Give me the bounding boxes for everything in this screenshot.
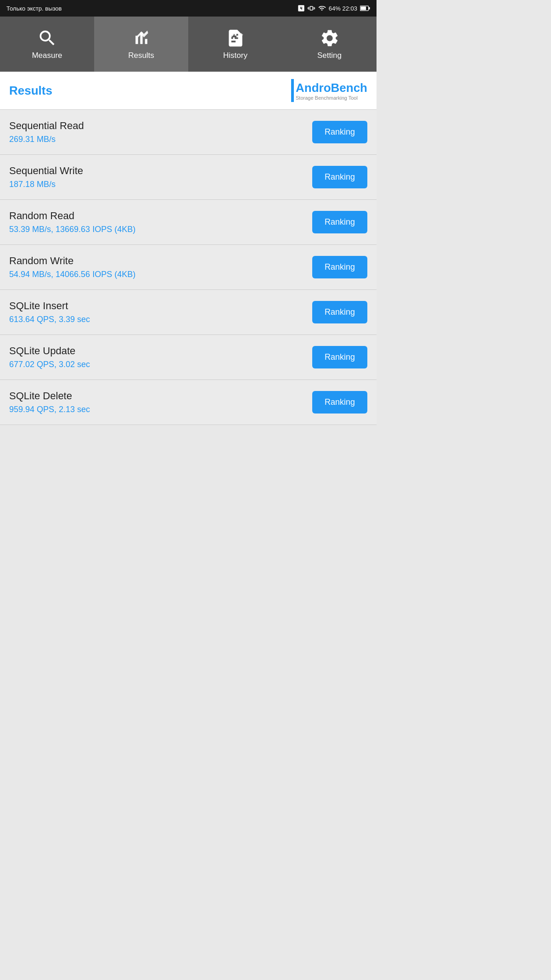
tab-measure[interactable]: Measure — [0, 17, 94, 72]
svg-rect-2 — [369, 7, 370, 9]
benchmark-name-sequential-read: Sequential Read — [9, 120, 84, 132]
brand-prefix: Andro — [296, 81, 331, 95]
benchmark-item-sqlite-insert: SQLite Insert 613.64 QPS, 3.39 sec Ranki… — [0, 290, 377, 335]
tab-setting[interactable]: Setting — [282, 17, 377, 72]
benchmark-value-random-write: 54.94 MB/s, 14066.56 IOPS (4KB) — [9, 270, 135, 279]
benchmark-value-sequential-write: 187.18 MB/s — [9, 180, 83, 189]
tab-history-label: History — [223, 51, 247, 60]
benchmark-name-sqlite-update: SQLite Update — [9, 345, 90, 357]
status-icons: 64% 22:03 — [298, 5, 370, 12]
benchmark-info-sqlite-update: SQLite Update 677.02 QPS, 3.02 sec — [9, 345, 90, 369]
ranking-button-random-read[interactable]: Ranking — [312, 211, 367, 233]
benchmark-value-random-read: 53.39 MB/s, 13669.63 IOPS (4KB) — [9, 225, 135, 234]
results-header: Results AndroBench Storage Benchmarking … — [0, 72, 377, 110]
benchmark-info-sqlite-insert: SQLite Insert 613.64 QPS, 3.39 sec — [9, 300, 90, 324]
gear-icon — [320, 28, 340, 48]
ranking-button-random-write[interactable]: Ranking — [312, 256, 367, 278]
search-icon — [37, 28, 57, 48]
benchmark-item-random-read: Random Read 53.39 MB/s, 13669.63 IOPS (4… — [0, 200, 377, 245]
benchmark-info-sqlite-delete: SQLite Delete 959.94 QPS, 2.13 sec — [9, 390, 90, 414]
ranking-button-sequential-read[interactable]: Ranking — [312, 121, 367, 143]
nfc-icon — [298, 5, 305, 12]
benchmark-value-sequential-read: 269.31 MB/s — [9, 135, 84, 144]
tab-setting-label: Setting — [317, 51, 342, 60]
benchmark-item-sequential-write: Sequential Write 187.18 MB/s Ranking — [0, 155, 377, 200]
chart-icon — [131, 28, 152, 48]
nav-tabs: Measure Results History Setting — [0, 17, 377, 72]
benchmark-value-sqlite-delete: 959.94 QPS, 2.13 sec — [9, 405, 90, 414]
battery-icon — [360, 5, 370, 11]
benchmark-list: Sequential Read 269.31 MB/s Ranking Sequ… — [0, 110, 377, 425]
benchmark-name-random-read: Random Read — [9, 210, 135, 222]
benchmark-item-random-write: Random Write 54.94 MB/s, 14066.56 IOPS (… — [0, 245, 377, 290]
ranking-button-sequential-write[interactable]: Ranking — [312, 166, 367, 188]
benchmark-info-sequential-read: Sequential Read 269.31 MB/s — [9, 120, 84, 144]
svg-rect-1 — [360, 6, 366, 10]
tab-history[interactable]: History — [188, 17, 282, 72]
tab-measure-label: Measure — [32, 51, 62, 60]
benchmark-value-sqlite-insert: 613.64 QPS, 3.39 sec — [9, 315, 90, 324]
results-title: Results — [9, 84, 52, 98]
benchmark-info-random-write: Random Write 54.94 MB/s, 14066.56 IOPS (… — [9, 255, 135, 279]
benchmark-item-sqlite-delete: SQLite Delete 959.94 QPS, 2.13 sec Ranki… — [0, 380, 377, 425]
benchmark-name-sqlite-insert: SQLite Insert — [9, 300, 90, 312]
vibrate-icon — [308, 5, 315, 12]
brand-tagline: Storage Benchmarking Tool — [296, 95, 367, 101]
status-bar: Только экстр. вызов 64% 22:03 — [0, 0, 377, 17]
brand-text: AndroBench Storage Benchmarking Tool — [296, 81, 367, 101]
ranking-button-sqlite-delete[interactable]: Ranking — [312, 391, 367, 414]
history-icon — [225, 28, 246, 48]
tab-results-label: Results — [128, 51, 154, 60]
benchmark-name-sequential-write: Sequential Write — [9, 165, 83, 177]
status-carrier: Только экстр. вызов — [6, 5, 62, 12]
ranking-button-sqlite-insert[interactable]: Ranking — [312, 301, 367, 323]
benchmark-name-random-write: Random Write — [9, 255, 135, 267]
benchmark-value-sqlite-update: 677.02 QPS, 3.02 sec — [9, 360, 90, 369]
brand-name: AndroBench — [296, 81, 367, 95]
benchmark-info-random-read: Random Read 53.39 MB/s, 13669.63 IOPS (4… — [9, 210, 135, 234]
brand-logo: AndroBench Storage Benchmarking Tool — [291, 79, 367, 102]
benchmark-name-sqlite-delete: SQLite Delete — [9, 390, 90, 402]
brand-bar-accent — [291, 79, 294, 102]
battery-percent: 64% 22:03 — [329, 5, 357, 12]
tab-results[interactable]: Results — [94, 17, 188, 72]
benchmark-info-sequential-write: Sequential Write 187.18 MB/s — [9, 165, 83, 189]
benchmark-item-sqlite-update: SQLite Update 677.02 QPS, 3.02 sec Ranki… — [0, 335, 377, 380]
wifi-icon — [318, 5, 326, 12]
ranking-button-sqlite-update[interactable]: Ranking — [312, 346, 367, 368]
benchmark-item-sequential-read: Sequential Read 269.31 MB/s Ranking — [0, 110, 377, 155]
brand-suffix: Bench — [331, 81, 367, 95]
